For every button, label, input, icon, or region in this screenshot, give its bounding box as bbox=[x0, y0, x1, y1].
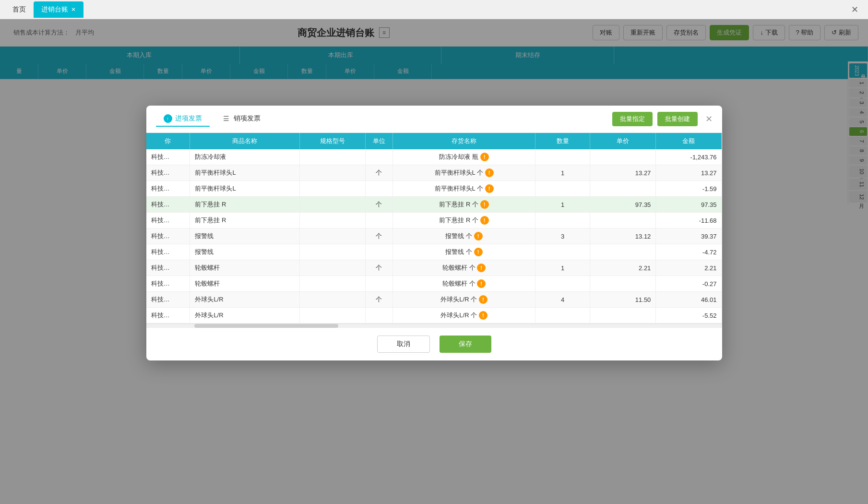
cell-unit: 个 bbox=[365, 292, 392, 308]
cell-price: 11.50 bbox=[590, 292, 656, 308]
cell-qty bbox=[535, 213, 590, 228]
warning-icon: ! bbox=[474, 232, 483, 240]
warning-icon: ! bbox=[480, 216, 489, 225]
table-row[interactable]: 科技… 轮毂螺杆 个 轮毂螺杆 个 ! 1 2.21 2.21 bbox=[146, 260, 722, 276]
cell-spec bbox=[299, 244, 365, 260]
cell-unit: 个 bbox=[365, 228, 392, 244]
col-header-qty: 数量 bbox=[535, 133, 590, 149]
table-row[interactable]: 科技… 报警线 个 报警线 个 ! 3 13.12 39.37 bbox=[146, 228, 722, 244]
main-area: 销售成本计算方法： 月平均 商贸企业进销台账 ≡ 对账 重新开账 存货别名 生成… bbox=[0, 19, 868, 504]
cell-qty bbox=[535, 276, 590, 292]
cell-qty: 3 bbox=[535, 228, 590, 244]
cell-stock: 报警线 个 ! bbox=[393, 228, 535, 244]
tab-ledger-close[interactable]: ✕ bbox=[71, 6, 76, 13]
modal-data-table: 你 商品名称 规格型号 单位 存货名称 数量 单价 金额 科技… 防冻冷却液 bbox=[146, 133, 722, 324]
cell-amount: -5.52 bbox=[656, 308, 722, 324]
modal-scrollbar-thumb[interactable] bbox=[194, 324, 338, 328]
table-row[interactable]: 科技… 轮毂螺杆 轮毂螺杆 个 ! -0.27 bbox=[146, 276, 722, 292]
warning-icon: ! bbox=[474, 248, 483, 256]
cell-unit: 个 bbox=[365, 165, 392, 181]
cell-price bbox=[590, 244, 656, 260]
modal-tab-incoming-invoice[interactable]: ↑ 进项发票 bbox=[156, 111, 210, 127]
cell-amount: 13.27 bbox=[656, 165, 722, 181]
cell-product-name: 报警线 bbox=[190, 228, 299, 244]
col-header-price: 单价 bbox=[590, 133, 656, 149]
cell-product-name: 前平衡杆球头L bbox=[190, 165, 299, 181]
cell-qty bbox=[535, 308, 590, 324]
save-button[interactable]: 保存 bbox=[440, 336, 491, 353]
table-row[interactable]: 科技… 前平衡杆球头L 个 前平衡杆球头L 个 ! 1 13.27 13.27 bbox=[146, 165, 722, 181]
cell-qty: 1 bbox=[535, 165, 590, 181]
cell-unit bbox=[365, 244, 392, 260]
cell-unit bbox=[365, 276, 392, 292]
cell-company: 科技… bbox=[146, 276, 190, 292]
warning-icon: ! bbox=[477, 264, 486, 272]
batch-create-button[interactable]: 批量创建 bbox=[657, 112, 698, 126]
warning-icon: ! bbox=[480, 200, 489, 209]
col-header-company: 你 bbox=[146, 133, 190, 149]
cell-price bbox=[590, 276, 656, 292]
cell-unit bbox=[365, 181, 392, 197]
warning-icon: ! bbox=[480, 153, 489, 161]
cell-product-name: 外球头L/R bbox=[190, 292, 299, 308]
modal-close-button[interactable]: ✕ bbox=[705, 115, 713, 123]
cell-company: 科技… bbox=[146, 197, 190, 213]
table-row[interactable]: 科技… 前平衡杆球头L 前平衡杆球头L 个 ! -1.59 bbox=[146, 181, 722, 197]
cell-product-name: 前平衡杆球头L bbox=[190, 181, 299, 197]
modal-header-buttons: 批量指定 批量创建 bbox=[612, 112, 698, 126]
table-row[interactable]: 科技… 前下悬挂 R 个 前下悬挂 R 个 ! 1 97.35 97.35 bbox=[146, 197, 722, 213]
cell-unit bbox=[365, 149, 392, 165]
table-row[interactable]: 科技… 前下悬挂 R 前下悬挂 R 个 ! -11.68 bbox=[146, 213, 722, 228]
cell-spec bbox=[299, 308, 365, 324]
modal-table-body: 科技… 防冻冷却液 防冻冷却液 瓶 ! -1,243.76 科技… 前平衡杆球头… bbox=[146, 149, 722, 324]
tab-ledger[interactable]: 进销台账 ✕ bbox=[34, 1, 83, 18]
col-header-stock: 存货名称 bbox=[393, 133, 535, 149]
cell-spec bbox=[299, 149, 365, 165]
modal-dialog: ↑ 进项发票 ☰ 销项发票 批量指定 批量创建 ✕ 你 商品名称 规格型号 bbox=[146, 106, 722, 360]
cell-spec bbox=[299, 292, 365, 308]
table-row[interactable]: 科技… 外球头L/R 个 外球头L/R 个 ! 4 11.50 46.01 bbox=[146, 292, 722, 308]
tab-home[interactable]: 首页 bbox=[5, 1, 34, 18]
cancel-button[interactable]: 取消 bbox=[377, 336, 430, 353]
cell-stock: 外球头L/R 个 ! bbox=[393, 308, 535, 324]
table-row[interactable]: 科技… 报警线 报警线 个 ! -4.72 bbox=[146, 244, 722, 260]
cell-stock: 轮毂螺杆 个 ! bbox=[393, 260, 535, 276]
incoming-invoice-icon: ↑ bbox=[164, 114, 172, 123]
tab-bar: 首页 进销台账 ✕ ✕ bbox=[0, 0, 868, 19]
modal-footer: 取消 保存 bbox=[146, 327, 722, 360]
cell-price bbox=[590, 308, 656, 324]
table-row[interactable]: 科技… 防冻冷却液 防冻冷却液 瓶 ! -1,243.76 bbox=[146, 149, 722, 165]
cell-stock: 防冻冷却液 瓶 ! bbox=[393, 149, 535, 165]
cell-product-name: 前下悬挂 R bbox=[190, 213, 299, 228]
batch-assign-button[interactable]: 批量指定 bbox=[612, 112, 653, 126]
cell-stock: 前下悬挂 R 个 ! bbox=[393, 197, 535, 213]
modal-horizontal-scrollbar[interactable] bbox=[146, 324, 722, 327]
cell-spec bbox=[299, 213, 365, 228]
col-header-amount: 金额 bbox=[656, 133, 722, 149]
cell-amount: -4.72 bbox=[656, 244, 722, 260]
cell-price: 13.27 bbox=[590, 165, 656, 181]
cell-price: 97.35 bbox=[590, 197, 656, 213]
table-row[interactable]: 科技… 外球头L/R 外球头L/R 个 ! -5.52 bbox=[146, 308, 722, 324]
cell-amount: 2.21 bbox=[656, 260, 722, 276]
cell-spec bbox=[299, 181, 365, 197]
cell-spec bbox=[299, 260, 365, 276]
window-close-button[interactable]: ✕ bbox=[851, 4, 858, 15]
cell-company: 科技… bbox=[146, 228, 190, 244]
cell-stock: 前平衡杆球头L 个 ! bbox=[393, 165, 535, 181]
col-header-product: 商品名称 bbox=[190, 133, 299, 149]
cell-company: 科技… bbox=[146, 213, 190, 228]
cell-product-name: 轮毂螺杆 bbox=[190, 260, 299, 276]
cell-stock: 前下悬挂 R 个 ! bbox=[393, 213, 535, 228]
cell-spec bbox=[299, 197, 365, 213]
warning-icon: ! bbox=[477, 279, 486, 288]
col-header-unit: 单位 bbox=[365, 133, 392, 149]
warning-icon: ! bbox=[485, 168, 494, 177]
cell-amount: 97.35 bbox=[656, 197, 722, 213]
warning-icon: ! bbox=[479, 295, 488, 304]
cell-qty: 1 bbox=[535, 197, 590, 213]
modal-tab-outgoing-invoice[interactable]: ☰ 销项发票 bbox=[214, 111, 268, 127]
cell-stock: 前平衡杆球头L 个 ! bbox=[393, 181, 535, 197]
cell-price bbox=[590, 149, 656, 165]
cell-spec bbox=[299, 165, 365, 181]
